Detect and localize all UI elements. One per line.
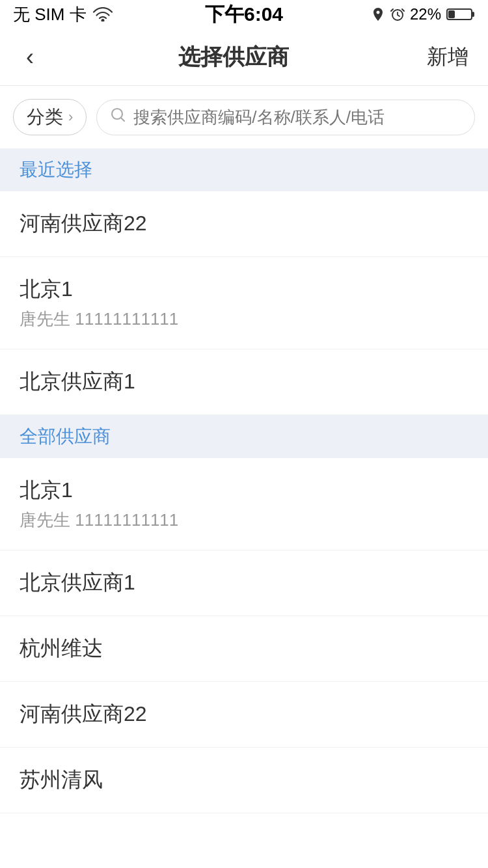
list-item[interactable]: 河南供应商22 — [0, 682, 488, 748]
nav-bar: ‹ 选择供应商 新增 — [0, 29, 488, 86]
all-list: 北京1 唐先生 11111111111北京供应商1 杭州维达 河南供应商22 苏… — [0, 458, 488, 813]
item-name: 河南供应商22 — [20, 210, 468, 238]
category-label: 分类 — [27, 105, 63, 129]
no-sim-text: 无 SIM 卡 — [13, 3, 87, 26]
search-box[interactable] — [96, 100, 475, 135]
back-button[interactable]: ‹ — [20, 37, 40, 77]
recent-section-header: 最近选择 — [0, 148, 488, 191]
location-icon — [371, 7, 385, 21]
all-section-header: 全部供应商 — [0, 415, 488, 458]
list-item[interactable]: 北京1 唐先生 11111111111 — [0, 458, 488, 550]
list-item[interactable]: 北京供应商1 — [0, 550, 488, 616]
add-button[interactable]: 新增 — [427, 43, 468, 72]
list-item[interactable]: 北京1 唐先生 11111111111 — [0, 257, 488, 349]
status-time: 下午6:04 — [205, 1, 283, 28]
item-name: 北京供应商1 — [20, 569, 468, 597]
item-sub: 唐先生 11111111111 — [20, 308, 468, 331]
status-left: 无 SIM 卡 — [13, 3, 113, 26]
svg-rect-3 — [448, 10, 455, 18]
filter-bar: 分类 › — [0, 86, 488, 148]
chevron-right-icon: › — [68, 109, 73, 126]
item-name: 北京1 — [20, 476, 468, 505]
item-name: 杭州维达 — [20, 634, 468, 663]
item-name: 北京供应商1 — [20, 368, 468, 396]
list-item[interactable]: 河南供应商22 — [0, 191, 488, 257]
battery-icon — [446, 7, 475, 21]
svg-rect-2 — [472, 12, 474, 17]
item-sub: 唐先生 11111111111 — [20, 509, 468, 532]
search-icon — [110, 107, 127, 128]
page-title: 选择供应商 — [178, 42, 289, 72]
battery-text: 22% — [410, 5, 441, 23]
list-item[interactable]: 杭州维达 — [0, 616, 488, 682]
category-button[interactable]: 分类 › — [13, 99, 87, 135]
recent-list: 河南供应商22 北京1 唐先生 11111111111北京供应商1 — [0, 191, 488, 415]
item-name: 河南供应商22 — [20, 700, 468, 729]
wifi-icon — [93, 7, 113, 21]
list-item[interactable]: 苏州清风 — [0, 748, 488, 813]
status-bar: 无 SIM 卡 下午6:04 22% — [0, 0, 488, 29]
item-name: 苏州清风 — [20, 766, 468, 794]
list-item[interactable]: 北京供应商1 — [0, 349, 488, 415]
alarm-icon — [390, 7, 405, 21]
item-name: 北京1 — [20, 275, 468, 304]
status-right: 22% — [371, 5, 475, 23]
search-input[interactable] — [133, 107, 461, 128]
